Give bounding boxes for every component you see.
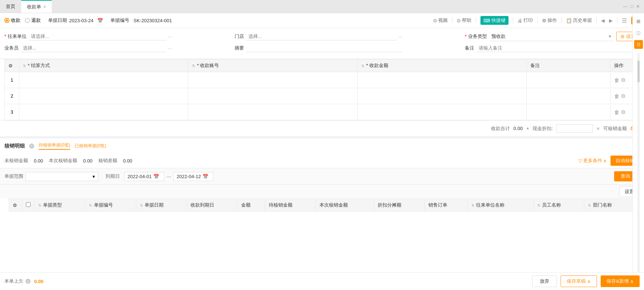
operation-btn[interactable]: ⚙ 操作 bbox=[542, 17, 557, 24]
sort-icon-dept: ⇅ bbox=[588, 203, 591, 207]
row-remark-1[interactable] bbox=[527, 72, 610, 88]
row-account-1[interactable] bbox=[188, 72, 357, 88]
row-amount-3[interactable] bbox=[357, 104, 526, 120]
help-icon: ⊙ bbox=[457, 18, 461, 23]
col-pending-label: 待核销金额 bbox=[269, 202, 292, 208]
shortcut-btn[interactable]: ⌨ 快捷键 bbox=[480, 16, 508, 25]
radio-refund[interactable]: 退款 bbox=[25, 17, 41, 24]
operation-icon: ⚙ bbox=[542, 18, 546, 23]
row-account-2[interactable] bbox=[188, 88, 357, 104]
toolbar-right: ⊙ 视频 ⊙ 帮助 ⌨ 快捷键 🖨 打印 ⚙ 操作 bbox=[433, 16, 640, 25]
summary-input[interactable] bbox=[246, 44, 402, 52]
save-draft-button[interactable]: 保存草稿 ∧ bbox=[561, 275, 597, 287]
divider6 bbox=[596, 17, 597, 23]
copy-icon-2[interactable]: ⧉ bbox=[621, 93, 625, 99]
scrollbar-thumb[interactable] bbox=[637, 60, 640, 82]
due-date-field: 到期日 2022-04-01 📅 — 2022-04-12 📅 bbox=[106, 172, 213, 181]
col-counterpart-label: 往来单位名称 bbox=[476, 202, 504, 208]
counterpart-field: 往来单位 ··· bbox=[4, 32, 172, 40]
verify-info-icon[interactable]: i bbox=[29, 144, 34, 149]
total-label: 收款合计 bbox=[491, 125, 510, 132]
delete-icon-2[interactable]: 🗑 bbox=[614, 93, 619, 99]
tab-home[interactable]: 首页 bbox=[0, 0, 21, 13]
bottom-col-checkbox[interactable] bbox=[22, 199, 35, 212]
col-remark-header: 备注 bbox=[527, 59, 610, 72]
radio-receive[interactable]: 收款 bbox=[4, 17, 20, 24]
table-header-row: ⚙ ⇅ * 结算方式 ⇅ * 收款账号 ⇅ * 收款金额 bbox=[5, 59, 640, 72]
staff-more-icon[interactable]: ··· bbox=[168, 46, 172, 51]
chevron-up-icon: ∧ bbox=[603, 158, 607, 164]
row-remark-3[interactable] bbox=[527, 104, 610, 120]
filter-icon: ▽ bbox=[578, 158, 582, 164]
help-btn[interactable]: ⊙ 帮助 bbox=[457, 17, 471, 24]
tab-receipt-close[interactable]: × bbox=[43, 4, 46, 9]
current-label: 本次核销金额 bbox=[49, 157, 77, 164]
window-minimize-icon[interactable]: — bbox=[623, 4, 628, 9]
main-content: 收款 退款 单据日期 2023-03-24 📅 单据编号 SK-20230324… bbox=[0, 13, 644, 290]
sidebar-icon-3[interactable]: ⊡ bbox=[634, 40, 643, 49]
save-new-button[interactable]: 保存&新增 ∧ bbox=[601, 275, 640, 287]
history-btn[interactable]: 📋 历史单据 bbox=[566, 17, 592, 24]
sidebar-icon-1[interactable]: ▦ bbox=[634, 17, 643, 26]
store-input[interactable] bbox=[246, 32, 397, 40]
row-no-1: 1 bbox=[5, 72, 19, 88]
due-date-end-value: 2022-04-12 bbox=[177, 174, 201, 179]
calendar-icon[interactable]: 📅 bbox=[97, 18, 103, 23]
table-row: 3 🗑 ⧉ bbox=[5, 104, 640, 120]
row-amount-2[interactable] bbox=[357, 88, 526, 104]
copy-icon-1[interactable]: ⧉ bbox=[621, 77, 625, 83]
due-date-start-input[interactable]: 2022-04-01 📅 bbox=[124, 172, 164, 181]
pending-tab[interactable]: 待核销单据(0笔) bbox=[39, 142, 70, 150]
nav-prev-icon[interactable]: ◀ bbox=[601, 18, 605, 23]
delete-icon-3[interactable]: 🗑 bbox=[614, 109, 619, 115]
delete-icon-1[interactable]: 🗑 bbox=[614, 77, 619, 83]
receipt-table: ⚙ ⇅ * 结算方式 ⇅ * 收款账号 ⇅ * 收款金额 bbox=[4, 59, 640, 120]
summary-field: 摘要 bbox=[235, 44, 402, 52]
sort-icon2: ⇅ bbox=[192, 64, 195, 68]
footer-left: 本单上欠 i 0.00 bbox=[4, 278, 43, 285]
select-all-checkbox[interactable] bbox=[26, 202, 31, 207]
staff-input[interactable] bbox=[21, 44, 166, 52]
bottom-col-gear[interactable]: ⚙ bbox=[9, 199, 22, 212]
col-settlement-label: * 结算方式 bbox=[28, 63, 50, 68]
col-gear-header[interactable]: ⚙ bbox=[5, 59, 19, 72]
print-label: 打印 bbox=[523, 17, 533, 24]
row-settlement-1[interactable] bbox=[19, 72, 188, 88]
layout-list-icon[interactable]: ☰ bbox=[622, 17, 627, 24]
video-btn[interactable]: ⊙ 视频 bbox=[433, 17, 448, 24]
bill-no-label: 单据编号 bbox=[110, 17, 129, 24]
row-settlement-3[interactable] bbox=[19, 104, 188, 120]
sidebar-icon-2[interactable]: ◫ bbox=[634, 28, 643, 37]
counterpart-input[interactable] bbox=[29, 32, 166, 40]
remark-input[interactable] bbox=[476, 44, 640, 52]
nav-next-icon[interactable]: ▶ bbox=[609, 18, 613, 23]
more-conditions-btn[interactable]: ▽ 更多条件 ∧ bbox=[578, 157, 607, 164]
abandon-button[interactable]: 放弃 bbox=[532, 275, 557, 287]
row-account-3[interactable] bbox=[188, 104, 357, 120]
row-settlement-2[interactable] bbox=[19, 88, 188, 104]
table-area: ⚙ ⇅ * 结算方式 ⇅ * 收款账号 ⇅ * 收款金额 bbox=[0, 59, 644, 120]
bill-range-select[interactable]: ▾ bbox=[25, 172, 98, 181]
tab-bar: 首页 收款单 × — □ × bbox=[0, 0, 644, 13]
counterpart-more-icon[interactable]: ··· bbox=[168, 34, 172, 39]
window-maximize-icon[interactable]: □ bbox=[631, 4, 633, 9]
bottom-col-bill-type: ⇅ 单据类型 bbox=[35, 199, 85, 212]
done-tab[interactable]: 已核销单据(0笔) bbox=[75, 143, 106, 149]
row-remark-2[interactable] bbox=[527, 88, 610, 104]
row-amount-1[interactable] bbox=[357, 72, 526, 88]
bill-range-field: 单据范围 ▾ bbox=[4, 172, 98, 181]
print-btn[interactable]: 🖨 打印 bbox=[518, 17, 533, 24]
biz-type-select[interactable]: 预收款 ▾ bbox=[489, 32, 613, 41]
calendar-icon-start: 📅 bbox=[153, 174, 159, 179]
tab-receipt[interactable]: 收款单 × bbox=[21, 0, 52, 13]
copy-icon-3[interactable]: ⧉ bbox=[621, 109, 625, 115]
radio-receive-dot bbox=[4, 18, 9, 23]
store-more-icon[interactable]: ··· bbox=[398, 34, 402, 39]
col-amount-header: ⇅ * 收款金额 bbox=[357, 59, 526, 72]
window-close-icon[interactable]: × bbox=[636, 3, 640, 10]
due-date-end-input[interactable]: 2022-04-12 📅 bbox=[173, 172, 213, 181]
discount-input[interactable] bbox=[557, 124, 593, 133]
sort-icon-staff: ⇅ bbox=[537, 203, 540, 207]
carry-over-info-icon[interactable]: i bbox=[25, 279, 31, 284]
net-label: 可核销金额 bbox=[603, 125, 627, 132]
